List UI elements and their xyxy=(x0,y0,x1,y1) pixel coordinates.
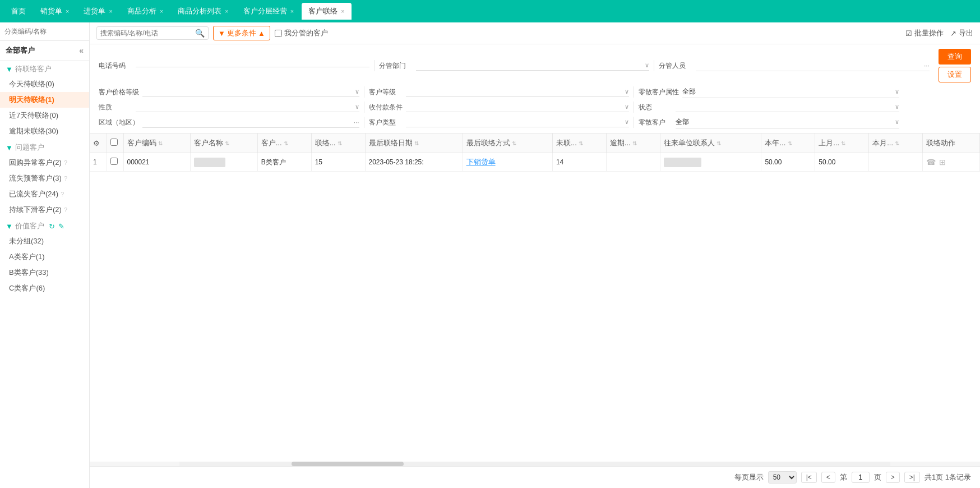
sidebar-search-input[interactable] xyxy=(4,27,89,35)
filter-person-select[interactable]: ··· xyxy=(696,61,930,71)
filter-customer-type-select[interactable]: ∨ xyxy=(406,117,630,127)
col-config[interactable]: ⚙ xyxy=(90,133,107,153)
col-type[interactable]: 客户... ⇅ xyxy=(257,133,311,153)
col-checkbox[interactable] xyxy=(107,133,123,153)
nav-home[interactable]: 首页 xyxy=(4,3,33,20)
cell-checkbox[interactable] xyxy=(107,153,123,172)
search-input[interactable] xyxy=(100,29,195,37)
sidebar-item-today-pending[interactable]: 今天待联络(0) xyxy=(0,76,89,92)
region-more-icon[interactable]: ··· xyxy=(354,118,359,126)
col-uncontacted[interactable]: 未联... ⇅ xyxy=(552,133,606,153)
col-code[interactable]: 客户编码 ⇅ xyxy=(123,133,191,153)
prev-page-btn[interactable]: < xyxy=(821,472,835,483)
nav-customer-contact[interactable]: 客户联络 × xyxy=(302,3,351,20)
horizontal-scrollbar[interactable] xyxy=(179,462,890,466)
nav-product-analysis[interactable]: 商品分析 × xyxy=(121,3,170,20)
col-overdue[interactable]: 逾期... ⇅ xyxy=(606,133,660,153)
export-btn[interactable]: ↗ 导出 xyxy=(950,28,973,38)
total-label: 共1页 1条记录 xyxy=(924,472,971,482)
sidebar-all-customers[interactable]: 全部客户 « xyxy=(0,41,89,61)
sort-last-method-icon[interactable]: ⇅ xyxy=(512,140,516,146)
sort-last-date-icon[interactable]: ⇅ xyxy=(414,140,419,146)
sidebar-item-tomorrow-pending[interactable]: 明天待联络(1) xyxy=(0,92,89,108)
action-phone-icon[interactable]: ☎ xyxy=(926,158,936,167)
my-customers-checkbox-label[interactable]: 我分管的客户 xyxy=(275,28,328,38)
cell-last-method[interactable]: 下销货单 xyxy=(463,153,552,172)
sort-type-icon[interactable]: ⇅ xyxy=(284,140,288,146)
row-checkbox[interactable] xyxy=(110,158,118,165)
close-product-analysis[interactable]: × xyxy=(160,8,163,15)
action-grid-icon[interactable]: ⊞ xyxy=(939,158,946,167)
col-current-month[interactable]: 本月... ⇅ xyxy=(869,133,923,153)
sidebar-group-value[interactable]: ▼ 价值客户 ↻ ✎ xyxy=(0,218,89,233)
nav-purchase-order[interactable]: 进货单 × xyxy=(77,3,119,20)
col-contact-person[interactable]: 往来单位联系人 ⇅ xyxy=(660,133,761,153)
sort-contact-count-icon[interactable]: ⇅ xyxy=(338,140,342,146)
sort-contact-person-icon[interactable]: ⇅ xyxy=(716,140,721,146)
last-page-btn[interactable]: >| xyxy=(904,472,920,483)
close-purchase-order[interactable]: × xyxy=(109,8,112,15)
sort-current-year-icon[interactable]: ⇅ xyxy=(788,140,792,146)
filter-nature-select[interactable]: ∨ xyxy=(136,102,359,112)
nav-product-analysis-list[interactable]: 商品分析列表 × xyxy=(171,3,235,20)
close-customer-contact[interactable]: × xyxy=(341,8,344,15)
col-contact-count[interactable]: 联络... ⇅ xyxy=(311,133,365,153)
value-group-edit-icon[interactable]: ✎ xyxy=(58,222,64,231)
filter-payment-select[interactable]: ∨ xyxy=(406,102,630,112)
sort-uncontacted-icon[interactable]: ⇅ xyxy=(579,140,583,146)
nav-customer-tier[interactable]: 客户分层经营 × xyxy=(237,3,301,20)
filter-sparse-attr-select[interactable]: 全部 ∨ xyxy=(682,86,899,98)
page-input[interactable] xyxy=(852,472,870,483)
sidebar-item-declining[interactable]: 持续下滑客户(2) ? xyxy=(0,202,89,218)
search-btn[interactable]: 🔍 xyxy=(195,29,205,38)
page-size-select[interactable]: 50 100 200 xyxy=(768,471,797,484)
my-customers-checkbox[interactable] xyxy=(275,30,282,37)
nav-sales-order[interactable]: 销货单 × xyxy=(34,3,76,20)
sidebar-group-pending[interactable]: ▼ 待联络客户 xyxy=(0,61,89,76)
sidebar-group-problem[interactable]: ▼ 问题客户 xyxy=(0,139,89,155)
sidebar-item-churn-warning[interactable]: 流失预警客户(3) ? xyxy=(0,171,89,186)
filter-phone-input[interactable] xyxy=(136,65,369,67)
sidebar-collapse-icon[interactable]: « xyxy=(79,46,84,55)
batch-op-btn[interactable]: ☑ 批量操作 xyxy=(905,28,944,38)
cell-code: 000021 xyxy=(123,153,191,172)
config-icon[interactable]: ⚙ xyxy=(93,139,100,148)
select-all-checkbox[interactable] xyxy=(110,139,118,146)
value-group-refresh-icon[interactable]: ↻ xyxy=(49,222,55,231)
sidebar-item-class-c[interactable]: C类客户(6) xyxy=(0,280,89,296)
person-more-icon[interactable]: ··· xyxy=(924,62,930,70)
close-sales-order[interactable]: × xyxy=(66,8,69,15)
sidebar-item-7days-pending[interactable]: 近7天待联络(0) xyxy=(0,108,89,123)
sidebar-item-ungrouped[interactable]: 未分组(32) xyxy=(0,233,89,249)
sidebar-item-churned[interactable]: 已流失客户(24) ? xyxy=(0,186,89,202)
filter-sparse-customer-select[interactable]: 全部 ∨ xyxy=(676,116,899,128)
filter-field-sparse-attr: 零散客户属性 全部 ∨ xyxy=(639,86,899,98)
next-page-btn[interactable]: > xyxy=(886,472,900,483)
col-last-month[interactable]: 上月... ⇅ xyxy=(815,133,869,153)
sort-last-month-icon[interactable]: ⇅ xyxy=(841,140,845,146)
filter-price-level-select[interactable]: ∨ xyxy=(142,87,359,97)
filter-status-select[interactable]: ∨ xyxy=(676,102,899,112)
scrollbar-thumb[interactable] xyxy=(292,462,404,466)
first-page-btn[interactable]: |< xyxy=(801,472,817,483)
sidebar-item-overdue-pending[interactable]: 逾期未联络(30) xyxy=(0,123,89,139)
col-current-year[interactable]: 本年... ⇅ xyxy=(761,133,815,153)
sidebar-item-class-b[interactable]: B类客户(33) xyxy=(0,265,89,280)
sort-current-month-icon[interactable]: ⇅ xyxy=(895,140,899,146)
filter-region-select[interactable]: ··· xyxy=(142,117,359,128)
close-product-analysis-list[interactable]: × xyxy=(225,8,228,15)
close-customer-tier[interactable]: × xyxy=(290,8,294,15)
sort-overdue-icon[interactable]: ⇅ xyxy=(632,140,637,146)
sort-name-icon[interactable]: ⇅ xyxy=(225,140,229,146)
settings-btn[interactable]: 设置 xyxy=(939,67,971,82)
filter-dept-select[interactable]: ∨ xyxy=(416,61,650,71)
col-last-method[interactable]: 最后联络方式 ⇅ xyxy=(463,133,552,153)
more-filter-btn[interactable]: ▼ 更多条件 ▲ xyxy=(213,26,270,40)
query-btn[interactable]: 查询 xyxy=(939,49,971,65)
sort-code-icon[interactable]: ⇅ xyxy=(158,140,163,146)
col-name[interactable]: 客户名称 ⇅ xyxy=(191,133,258,153)
sidebar-item-repurchase-abnormal[interactable]: 回购异常客户(2) ? xyxy=(0,155,89,171)
sidebar-item-class-a[interactable]: A类客户(1) xyxy=(0,249,89,265)
col-last-date[interactable]: 最后联络日期 ⇅ xyxy=(365,133,463,153)
filter-customer-level-select[interactable]: ∨ xyxy=(406,87,630,97)
